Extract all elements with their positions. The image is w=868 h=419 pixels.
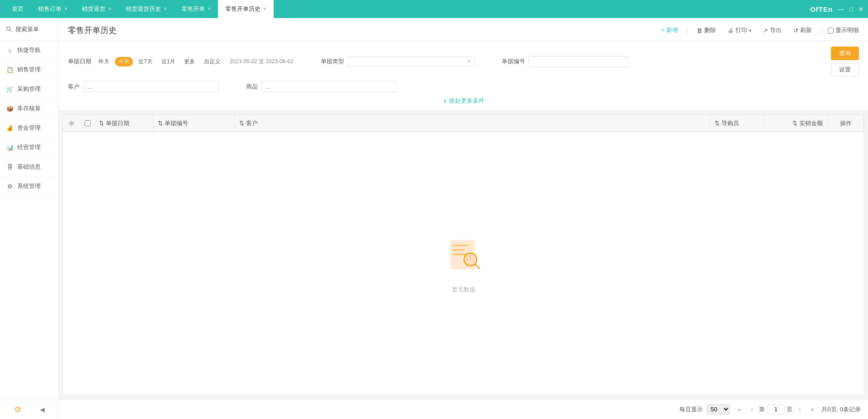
nav-tab-label-home: 首页 [12,5,24,13]
nav-tab-label-sales-order: 销售订单 [38,5,62,13]
date-range-display: 2023-06-02 至 2023-06-02 [229,58,293,66]
th-no[interactable]: ⇅ 单据编号 [153,115,235,132]
page-input[interactable] [767,405,785,414]
add-button[interactable]: + 新增 [659,24,681,36]
next-page-button[interactable]: › [794,404,805,415]
refresh-button[interactable]: ↺ 刷新 [791,24,815,36]
empty-illustration [441,233,486,280]
svg-rect-5 [452,249,465,251]
prev-page-button[interactable]: ‹ [746,404,757,415]
print-button[interactable]: 🖨 打印 ▾ [725,24,754,36]
th-guide[interactable]: ⇅ 导购员 [710,115,764,132]
sidebar-item-purchase-mgmt[interactable]: 🛒采购管理 [0,80,58,99]
collapse-icon[interactable]: ◀ [40,406,45,413]
th-amount[interactable]: ⇅ 实销金额 [764,115,828,132]
svg-rect-4 [452,245,468,246]
maximize-button[interactable]: □ [849,6,853,13]
date-btn-昨天[interactable]: 昨天 [95,57,113,66]
sidebar-search[interactable]: 搜索菜单 [0,18,58,41]
nav-tab-label-retail-open: 零售开单 [181,5,205,13]
date-btn-自定义[interactable]: 自定义 [200,57,224,66]
nav-tab-sales-order[interactable]: 销售订单× [31,0,75,18]
delete-button[interactable]: 🗑 删除 [694,24,719,36]
date-btn-近1月[interactable]: 近1月 [158,57,179,66]
last-page-button[interactable]: » [807,404,818,415]
toolbar-divider-1 [687,27,688,34]
sidebar-item-basic-info[interactable]: 🗄基础信息 [0,157,58,177]
refresh-label: 刷新 [800,26,812,34]
svg-point-2 [71,122,72,124]
content-area: 零售开单历史 + 新增 🗑 删除 🖨 打印 ▾ ↗ 导出 ↺ [59,18,868,419]
table-area: ⇅ 单据日期 ⇅ 单据编号 ⇅ 客户 ⇅ 导购员 ⇅ 实销金额 操作 [62,114,864,395]
th-customer-label: ⇅ 客户 [239,119,258,127]
display-detail-checkbox[interactable]: 显示明细 [828,26,859,34]
date-buttons: 昨天今天近7天近1月更多自定义 [95,57,224,66]
nav-tab-close-sales-return-history[interactable]: × [164,6,167,12]
settings-icon[interactable]: ⚙ [14,405,21,414]
sidebar-item-finance-mgmt[interactable]: 💰资金管理 [0,118,58,138]
th-action-label: 操作 [840,119,852,127]
type-select[interactable]: ▾ [348,56,474,67]
purchase-icon: 🛒 [6,85,14,93]
empty-text: 暂无数据 [452,286,475,294]
setting-button[interactable]: 设置 [831,63,859,76]
page-label: 第 [759,405,765,414]
nav-tab-close-sales-order[interactable]: × [64,6,67,12]
export-button[interactable]: ↗ 导出 [760,24,784,36]
no-filter-input[interactable] [529,56,628,67]
date-btn-今天[interactable]: 今天 [115,57,133,66]
goods-filter-label: 商品 [246,83,258,91]
date-btn-更多[interactable]: 更多 [180,57,199,66]
print-icon: 🖨 [728,27,734,34]
filter-type: 单据类型 ▾ [321,56,474,67]
filter-customer: 客户 ... [68,81,219,92]
table-header: ⇅ 单据日期 ⇅ 单据编号 ⇅ 客户 ⇅ 导购员 ⇅ 实销金额 操作 [63,115,864,132]
customer-select[interactable]: ... [83,81,219,92]
filter-date: 单据日期 昨天今天近7天近1月更多自定义 2023-06-02 至 2023-0… [68,57,294,66]
sidebar-item-operation-mgmt[interactable]: 📊经营管理 [0,138,58,157]
nav-tab-home[interactable]: 首页 [5,0,31,18]
per-page-select[interactable]: 50 10 20 100 [707,404,730,414]
minimize-button[interactable]: — [838,6,844,13]
page-header: 零售开单历史 + 新增 🗑 删除 🖨 打印 ▾ ↗ 导出 ↺ [59,18,868,41]
th-amount-label: ⇅ 实销金额 [792,119,823,127]
display-detail-input[interactable] [828,28,834,33]
close-button[interactable]: ✕ [859,6,863,13]
chevron-up-icon: ∧ [443,98,447,104]
nav-right: OfTEn — □ ✕ [810,5,863,13]
sidebar-item-label-inventory: 库存核算 [17,104,41,113]
nav-tab-sales-return-history[interactable]: 销货退货历史× [119,0,174,18]
nav-tab-close-retail-open-history[interactable]: × [263,6,266,12]
th-date[interactable]: ⇅ 单据日期 [95,115,153,132]
nav-tab-retail-open-history[interactable]: 零售开单历史× [218,0,274,18]
home-icon: ⌂ [6,47,14,54]
brand-logo: OfTEn [810,5,833,13]
sidebar-item-quick-nav[interactable]: ⌂快捷导航 [0,41,58,60]
sidebar-item-system-mgmt[interactable]: ⚙系统管理 [0,177,58,196]
first-page-button[interactable]: « [734,404,745,415]
sidebar: 搜索菜单 ⌂快捷导航📋销售管理🛒采购管理📦库存核算💰资金管理📊经营管理🗄基础信息… [0,18,59,419]
page-nav: « ‹ 第 页 › » [734,404,818,415]
nav-tab-close-retail-open[interactable]: × [208,6,211,12]
query-button[interactable]: 查询 [831,47,859,60]
customer-select-value: ... [87,83,92,90]
print-label: 打印 [735,26,747,34]
th-customer[interactable]: ⇅ 客户 [235,115,710,132]
sidebar-item-inventory[interactable]: 📦库存核算 [0,99,58,118]
sidebar-item-sales-mgmt[interactable]: 📋销售管理 [0,60,58,80]
toolbar-divider-2 [821,27,821,34]
nav-tab-sales-return[interactable]: 销货退货× [75,0,119,18]
svg-line-8 [475,264,479,268]
more-conditions-toggle[interactable]: ∧ 收起更多条件 [68,97,859,105]
goods-select[interactable]: ... [261,81,397,92]
sidebar-item-label-finance-mgmt: 资金管理 [17,124,41,132]
nav-tab-retail-open[interactable]: 零售开单× [174,0,218,18]
table-select-all[interactable] [80,120,95,126]
date-filter-label: 单据日期 [68,57,91,66]
date-btn-近7天[interactable]: 近7天 [135,57,156,66]
operation-icon: 📊 [6,144,14,151]
nav-tab-close-sales-return[interactable]: × [108,6,111,12]
export-label: 导出 [770,26,782,34]
table-settings-button[interactable] [63,120,80,127]
select-all-checkbox[interactable] [85,120,90,126]
